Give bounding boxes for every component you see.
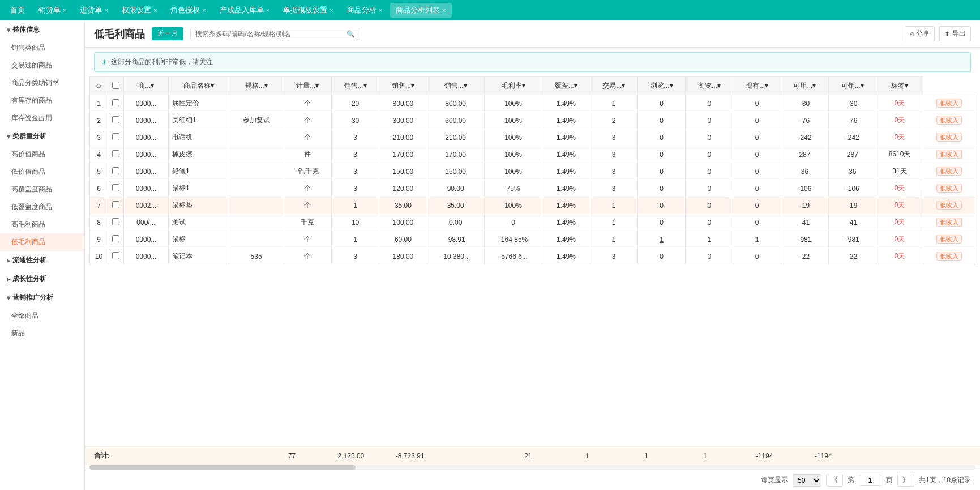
col-name[interactable]: 商品名称▾ bbox=[169, 77, 229, 95]
row-trade[interactable]: 0 bbox=[637, 129, 685, 146]
row-checkbox[interactable] bbox=[108, 180, 124, 197]
row-select-checkbox[interactable] bbox=[112, 133, 119, 140]
page-number-input[interactable] bbox=[859, 475, 881, 486]
row-checkbox[interactable] bbox=[108, 112, 124, 129]
nav-sales-order-close[interactable]: × bbox=[63, 7, 66, 14]
row-sales-amount: 800.00 bbox=[427, 95, 484, 112]
nav-role-auth-close[interactable]: × bbox=[202, 7, 206, 14]
row-select-checkbox[interactable] bbox=[112, 99, 119, 106]
col-current-stock[interactable]: 现有...▾ bbox=[733, 77, 781, 95]
sidebar-group-growth[interactable]: ▸ 成长性分析 bbox=[0, 270, 84, 288]
search-input[interactable] bbox=[195, 30, 346, 38]
page-size-select[interactable]: 50 100 200 bbox=[793, 474, 821, 487]
row-pct: 100% bbox=[484, 112, 542, 129]
nav-permissions-close[interactable]: × bbox=[153, 7, 157, 14]
row-select-checkbox[interactable] bbox=[112, 218, 119, 225]
col-browse2[interactable]: 浏览...▾ bbox=[686, 77, 733, 95]
nav-sales-order[interactable]: 销货单 × bbox=[33, 3, 72, 18]
nav-home[interactable]: 首页 bbox=[5, 3, 31, 18]
row-checkbox[interactable] bbox=[108, 214, 124, 231]
horizontal-scrollbar[interactable] bbox=[89, 465, 975, 470]
row-trade[interactable]: 0 bbox=[637, 248, 685, 265]
sidebar-item-all-products[interactable]: 全部商品 bbox=[0, 307, 84, 325]
sidebar-item-sales-products[interactable]: 销售类商品 bbox=[0, 39, 84, 57]
sidebar-item-category-sales-rate[interactable]: 商品分类助销率 bbox=[0, 74, 84, 92]
nav-permissions[interactable]: 权限设置 × bbox=[116, 3, 162, 18]
row-trade[interactable]: 0 bbox=[637, 163, 685, 180]
nav-product-analysis[interactable]: 商品分析 × bbox=[341, 3, 388, 18]
row-select-checkbox[interactable] bbox=[112, 252, 119, 259]
prev-page-button[interactable]: 《 bbox=[826, 474, 843, 487]
nav-template-settings[interactable]: 单据模板设置 × bbox=[277, 3, 339, 18]
nav-role-auth[interactable]: 角色授权 × bbox=[165, 3, 211, 18]
nav-product-analysis-close[interactable]: × bbox=[379, 7, 382, 14]
sidebar-item-traded-products[interactable]: 交易过的商品 bbox=[0, 57, 84, 74]
sidebar-item-high-margin[interactable]: 高毛利商品 bbox=[0, 216, 84, 233]
sidebar-item-capital-usage[interactable]: 库存资金占用 bbox=[0, 109, 84, 127]
sidebar-item-high-value[interactable]: 高价值商品 bbox=[0, 146, 84, 163]
nav-product-analysis-list-close[interactable]: × bbox=[442, 7, 446, 14]
sidebar-group-overall[interactable]: ▾ 整体信息 bbox=[0, 20, 84, 39]
nav-product-analysis-list[interactable]: 商品分析列表 × bbox=[390, 3, 451, 18]
sidebar-group-cluster[interactable]: ▾ 类群量分析 bbox=[0, 127, 84, 146]
sidebar-item-low-value[interactable]: 低价值商品 bbox=[0, 163, 84, 181]
nav-product-inbound-close[interactable]: × bbox=[266, 7, 269, 14]
sidebar-item-low-margin[interactable]: 低毛利商品 bbox=[0, 233, 84, 251]
row-select-checkbox[interactable] bbox=[112, 184, 119, 191]
row-select-checkbox[interactable] bbox=[112, 201, 119, 208]
search-icon[interactable]: 🔍 bbox=[346, 30, 355, 38]
sidebar-item-inventory-products[interactable]: 有库存的商品 bbox=[0, 92, 84, 109]
col-code[interactable]: 商...▾ bbox=[124, 77, 169, 95]
sidebar-group-marketing[interactable]: ▾ 营销推广分析 bbox=[0, 288, 84, 307]
select-all-checkbox[interactable] bbox=[112, 82, 119, 89]
horizontal-scrollbar-thumb[interactable] bbox=[89, 465, 356, 470]
col-browse1[interactable]: 浏览...▾ bbox=[637, 77, 685, 95]
nav-product-inbound[interactable]: 产成品入库单 × bbox=[214, 3, 275, 18]
row-checkbox[interactable] bbox=[108, 197, 124, 214]
row-checkbox[interactable] bbox=[108, 95, 124, 112]
col-unit[interactable]: 计量...▾ bbox=[284, 77, 331, 95]
col-trade[interactable]: 交易...▾ bbox=[590, 77, 637, 95]
nav-purchase-order[interactable]: 进货单 × bbox=[74, 3, 113, 18]
row-trade[interactable]: 0 bbox=[637, 95, 685, 112]
next-page-button[interactable]: 》 bbox=[897, 474, 914, 487]
row-trade[interactable]: 0 bbox=[637, 180, 685, 197]
sidebar-item-high-coverage[interactable]: 高覆盖度商品 bbox=[0, 181, 84, 198]
row-trade[interactable]: 0 bbox=[637, 214, 685, 231]
filter-recent-month-button[interactable]: 近一月 bbox=[152, 27, 183, 40]
col-coverage[interactable]: 覆盖...▾ bbox=[542, 77, 590, 95]
col-gear[interactable]: ⚙ bbox=[90, 77, 108, 95]
export-button[interactable]: ⬆ 导出 bbox=[939, 26, 971, 41]
row-select-checkbox[interactable] bbox=[112, 235, 119, 242]
gear-icon[interactable]: ⚙ bbox=[96, 82, 102, 90]
col-sales-qty[interactable]: 销售...▾ bbox=[331, 77, 379, 95]
row-select-checkbox[interactable] bbox=[112, 167, 119, 174]
sidebar-item-low-coverage[interactable]: 低覆盖度商品 bbox=[0, 198, 84, 216]
col-sales-price[interactable]: 销售...▾ bbox=[379, 77, 427, 95]
nav-template-settings-close[interactable]: × bbox=[329, 7, 333, 14]
row-select-checkbox[interactable] bbox=[112, 116, 119, 123]
col-available[interactable]: 可用...▾ bbox=[781, 77, 828, 95]
row-checkbox[interactable] bbox=[108, 163, 124, 180]
row-coverage: 3 bbox=[590, 180, 637, 197]
row-checkbox[interactable] bbox=[108, 129, 124, 146]
row-trade[interactable]: 1 bbox=[637, 231, 685, 248]
nav-purchase-order-close[interactable]: × bbox=[104, 7, 108, 14]
share-button[interactable]: ⎋ 分享 bbox=[905, 26, 935, 41]
row-trade[interactable]: 0 bbox=[637, 197, 685, 214]
col-saleable-days[interactable]: 可销...▾ bbox=[829, 77, 876, 95]
row-unit: 个 bbox=[284, 231, 331, 248]
col-gross-margin[interactable]: 毛利率▾ bbox=[484, 77, 542, 95]
row-select-checkbox[interactable] bbox=[112, 150, 119, 157]
sidebar-group-liquidity[interactable]: ▸ 流通性分析 bbox=[0, 251, 84, 270]
col-tag[interactable]: 标签▾ bbox=[876, 77, 923, 95]
row-checkbox[interactable] bbox=[108, 146, 124, 163]
row-trade[interactable]: 0 bbox=[637, 112, 685, 129]
sidebar-item-new-products[interactable]: 新品 bbox=[0, 325, 84, 342]
row-trade[interactable]: 0 bbox=[637, 146, 685, 163]
col-sales-amount[interactable]: 销售...▾ bbox=[427, 77, 484, 95]
row-checkbox[interactable] bbox=[108, 248, 124, 265]
row-name: 电话机 bbox=[169, 129, 229, 146]
col-spec[interactable]: 规格...▾ bbox=[229, 77, 284, 95]
row-checkbox[interactable] bbox=[108, 231, 124, 248]
